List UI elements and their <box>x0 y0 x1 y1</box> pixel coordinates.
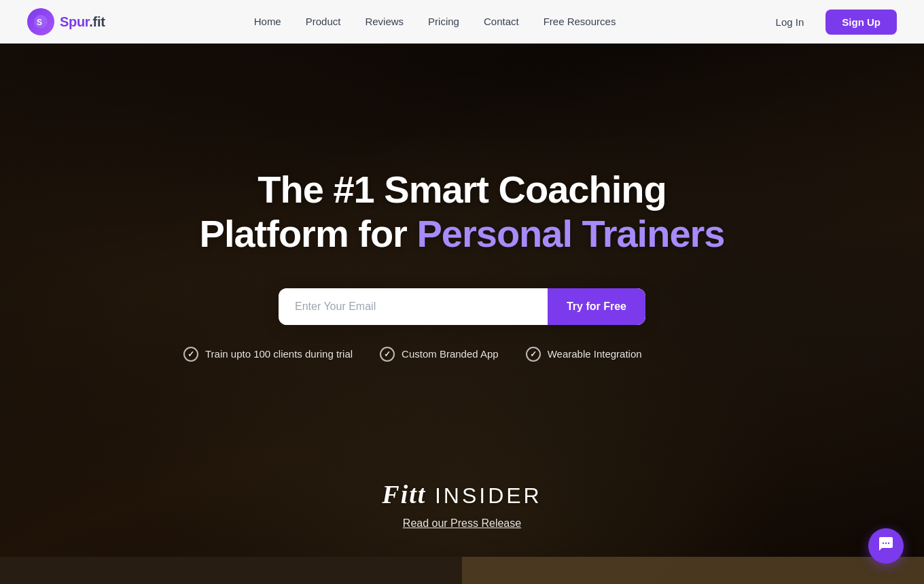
try-for-free-button[interactable]: Try for Free <box>548 288 645 325</box>
signup-button[interactable]: Sign Up <box>825 10 897 35</box>
hero-title: The #1 Smart Coaching Platform for Perso… <box>183 168 741 256</box>
logo-icon: S <box>27 8 54 35</box>
press-release-link[interactable]: Read our Press Release <box>403 517 521 529</box>
nav-item-home[interactable]: Home <box>254 16 281 28</box>
svg-text:S: S <box>37 18 42 27</box>
press-section: Fitt Insider Read our Press Release <box>382 479 541 530</box>
logo-text: Spur.fit <box>60 14 105 30</box>
check-icon-branded-app <box>380 347 395 362</box>
bottom-strip-left <box>0 557 462 584</box>
check-icon-wearable <box>526 347 541 362</box>
nav-item-reviews[interactable]: Reviews <box>365 16 404 28</box>
feature-item-branded-app: Custom Branded App <box>380 347 499 362</box>
logo-container: S Spur.fit <box>27 8 105 35</box>
login-button[interactable]: Log In <box>765 11 815 33</box>
chat-icon <box>878 536 894 556</box>
svg-point-4 <box>888 543 889 544</box>
email-form: Try for Free <box>279 288 645 325</box>
navbar: S Spur.fit Home Product <box>0 0 924 44</box>
check-icon-clients <box>183 347 198 362</box>
auth-buttons: Log In Sign Up <box>765 10 897 35</box>
nav-item-product[interactable]: Product <box>306 16 341 28</box>
nav-item-free-resources[interactable]: Free Resources <box>544 16 616 28</box>
nav-item-pricing[interactable]: Pricing <box>428 16 459 28</box>
features-row: Train upto 100 clients during trial Cust… <box>183 347 741 362</box>
feature-item-wearable: Wearable Integration <box>526 347 642 362</box>
bottom-strip <box>0 557 924 584</box>
svg-point-3 <box>885 543 887 544</box>
feature-item-clients: Train upto 100 clients during trial <box>183 347 353 362</box>
nav-menu: Home Product Reviews Pricing Contact Fre… <box>254 16 616 28</box>
svg-point-2 <box>883 543 884 544</box>
hero-section: S Spur.fit Home Product <box>0 0 924 584</box>
nav-item-contact[interactable]: Contact <box>484 16 519 28</box>
hero-title-highlight: Personal Trainers <box>416 212 724 255</box>
fitt-insider-logo: Fitt Insider <box>382 479 541 509</box>
bottom-strip-right <box>462 557 924 584</box>
email-input[interactable] <box>279 288 548 325</box>
chat-button[interactable] <box>868 528 904 564</box>
hero-content: The #1 Smart Coaching Platform for Perso… <box>156 168 768 362</box>
